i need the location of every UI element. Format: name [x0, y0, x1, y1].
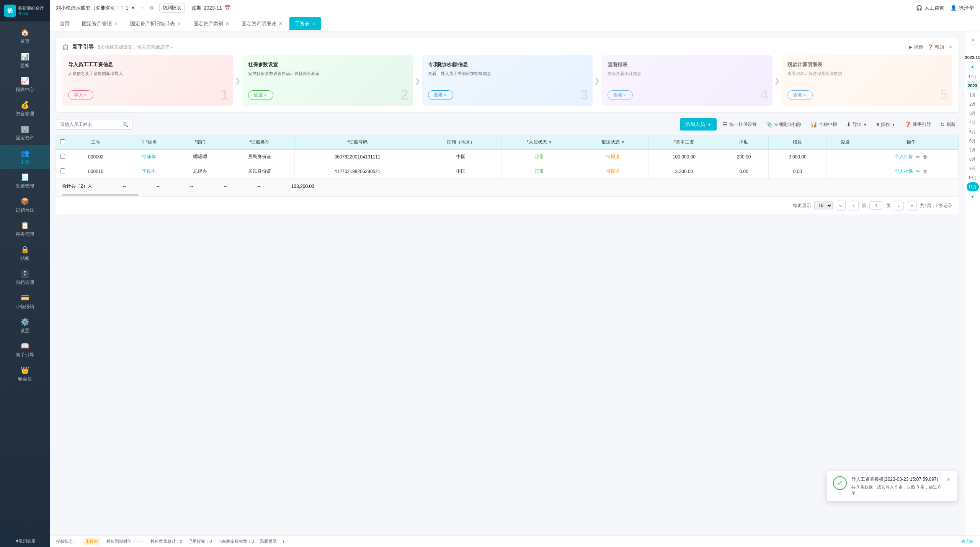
special-deduction-button[interactable]: 📎 专项附加扣除: [763, 120, 805, 129]
search-icon[interactable]: 🔍: [122, 122, 128, 127]
page-number-input[interactable]: [869, 201, 883, 210]
guide-step-btn-2[interactable]: 设置＞: [248, 90, 273, 100]
tab-fixed-assets[interactable]: 固定资产管理✕: [77, 17, 123, 30]
tab-asset-category[interactable]: 固定资产类别✕: [188, 17, 235, 30]
guide-step-btn-1[interactable]: 导入＞: [68, 90, 93, 100]
month-item-m11[interactable]: 11月: [967, 182, 979, 191]
calendar-icon[interactable]: 📅: [224, 5, 230, 11]
prev-page-button[interactable]: ‹: [849, 201, 859, 211]
delete-icon-1[interactable]: 🗑: [923, 169, 928, 174]
select-all-checkbox[interactable]: [60, 139, 65, 144]
export-button[interactable]: ⬇ 导出 ▼: [843, 120, 870, 129]
tab-asset-detail[interactable]: 固定资产明细账✕: [236, 17, 288, 30]
year-up-arrow[interactable]: ▲: [967, 63, 978, 70]
toast-close-button[interactable]: ✕: [946, 476, 951, 482]
sidebar-item-invoice[interactable]: 🧾 发票管理: [0, 169, 50, 193]
row-select-1[interactable]: [60, 168, 65, 173]
row-checkbox-1[interactable]: [56, 164, 70, 179]
edit-icon-1[interactable]: ✏: [916, 169, 920, 174]
operations-button[interactable]: ≡ 操作 ▼: [873, 120, 898, 129]
tab-home[interactable]: 首页: [54, 17, 75, 30]
cancel-fixed-button[interactable]: ◀取消固定: [0, 535, 50, 547]
social-insurance-button[interactable]: ☰ 统一社保设置: [720, 120, 760, 129]
month-item-m5[interactable]: 5月: [967, 127, 979, 136]
month-item-m8[interactable]: 8月: [967, 155, 979, 164]
personal-insurance-0[interactable]: 个人社保: [895, 153, 913, 160]
month-item-m1[interactable]: 1月: [967, 90, 979, 100]
month-item-m10[interactable]: 10月: [967, 173, 979, 182]
sidebar-item-settings[interactable]: ⚙️ 设置: [0, 314, 50, 338]
tab-close-icon[interactable]: ✕: [279, 21, 283, 26]
sidebar-item-inventory[interactable]: 📦 进销台账: [0, 193, 50, 217]
last-page-button[interactable]: »: [907, 201, 917, 211]
delete-icon-0[interactable]: 🗑: [923, 154, 928, 160]
tab-depreciation[interactable]: 固定资产折旧统计表✕: [125, 17, 186, 30]
filter-icon[interactable]: ▼: [548, 140, 552, 144]
right-panel: ✕ ⛶ 2023.11 ▲ 12月20231月2月3月4月5月6月7月8月9月1…: [965, 31, 980, 536]
month-item-m6[interactable]: 6月: [967, 136, 979, 145]
warning-info-icon[interactable]: ℹ: [283, 539, 284, 544]
sidebar-item-funds[interactable]: 💰 资金管理: [0, 97, 50, 121]
search-input[interactable]: [60, 122, 120, 127]
scroll-thumb[interactable]: [62, 194, 139, 196]
month-item-m4[interactable]: 4月: [967, 118, 979, 127]
sidebar-item-archive[interactable]: 🗄️ 归档管理: [0, 266, 50, 290]
archive-icon: 🗄️: [21, 269, 29, 278]
period-selector[interactable]: 账期 2023-11 📅: [191, 5, 230, 11]
recharge-link[interactable]: 去充值: [961, 539, 974, 544]
account-selector[interactable]: 刘小艳演示账套（勿删勿动！）1 ▼: [56, 5, 136, 11]
user-profile[interactable]: 👤 徐泽华: [951, 5, 974, 11]
month-item-m2[interactable]: 2月: [967, 100, 979, 109]
sidebar-item-assets[interactable]: 🏢 固定资产: [0, 121, 50, 145]
sidebar-item-expense[interactable]: 💳 小畅报销: [0, 290, 50, 314]
refresh-button[interactable]: ↻ 刷新: [937, 120, 959, 129]
sidebar-item-home[interactable]: 🏠 首页: [0, 24, 50, 49]
switch-version-button[interactable]: 切到旧版: [159, 3, 185, 13]
next-page-button[interactable]: ›: [894, 201, 904, 211]
month-item-m9[interactable]: 9月: [967, 164, 979, 173]
sidebar-item-member[interactable]: 👑 畅会员: [0, 362, 50, 386]
emp-name-1[interactable]: 李俊杰: [122, 164, 176, 179]
row-checkbox-0[interactable]: [56, 150, 70, 164]
guide-help-button[interactable]: ❓ 帮助: [928, 44, 944, 51]
row-select-0[interactable]: [60, 154, 65, 159]
sidebar-item-ledger[interactable]: 📊 总账: [0, 49, 50, 73]
personal-tax-button[interactable]: 📊 个税申报: [808, 120, 840, 129]
horizontal-scrollbar[interactable]: [56, 193, 959, 196]
tab-close-icon[interactable]: ✕: [114, 21, 118, 26]
month-item-m12[interactable]: 12月: [967, 72, 979, 81]
guide-step-btn-4[interactable]: 查看＞: [608, 90, 633, 100]
edit-icon-0[interactable]: ✏: [916, 154, 920, 160]
guide-button[interactable]: ❓ 新手引导: [902, 120, 934, 129]
tab-close-icon[interactable]: ✕: [225, 21, 229, 26]
add-account-icon[interactable]: +: [139, 4, 145, 12]
month-item-m7[interactable]: 7月: [967, 145, 979, 155]
guide-card: 📋 新手引导 5步快速完成设置，快去完善信息吧～ ▶ 视频 ❓ 帮助: [56, 38, 959, 112]
add-person-button[interactable]: 添加人员 ▼: [680, 118, 717, 131]
guide-step-btn-3[interactable]: 查看＞: [428, 90, 453, 100]
guide-video-button[interactable]: ▶ 视频: [909, 44, 923, 51]
tab-close-icon[interactable]: ✕: [177, 21, 181, 26]
sidebar-item-guide[interactable]: 📖 新手引导: [0, 338, 50, 362]
year-down-arrow[interactable]: ▼: [967, 193, 978, 201]
first-page-button[interactable]: «: [836, 201, 846, 211]
guide-close-icon[interactable]: ✕: [949, 44, 952, 50]
personal-insurance-1[interactable]: 个人社保: [895, 168, 913, 175]
month-item-y2023[interactable]: 2023: [967, 81, 979, 90]
month-item-m3[interactable]: 3月: [967, 109, 979, 118]
right-panel-close-button[interactable]: ✕ ⛶: [965, 34, 980, 52]
per-page-select[interactable]: 10 20 50: [814, 201, 833, 210]
sidebar-item-label: 发票管理: [16, 183, 34, 189]
filter-icon[interactable]: ▼: [621, 140, 625, 144]
sidebar-item-tax[interactable]: 📋 税务管理: [0, 217, 50, 242]
account-dropdown-icon[interactable]: ▼: [131, 5, 136, 11]
sidebar-item-closing[interactable]: 🔒 结账: [0, 242, 50, 266]
settings-icon[interactable]: ⚙: [148, 4, 155, 12]
consultant-button[interactable]: 🎧 人工咨询: [916, 5, 944, 11]
sidebar-item-report[interactable]: 📈 报表中心: [0, 73, 50, 97]
emp-name-0[interactable]: 徐泽华: [122, 150, 176, 164]
tab-payroll[interactable]: 工资表✕: [289, 17, 321, 30]
sidebar-item-payroll[interactable]: 👥 工资: [0, 145, 50, 169]
guide-step-btn-5[interactable]: 查看＞: [787, 90, 813, 100]
tab-close-icon[interactable]: ✕: [312, 21, 316, 26]
